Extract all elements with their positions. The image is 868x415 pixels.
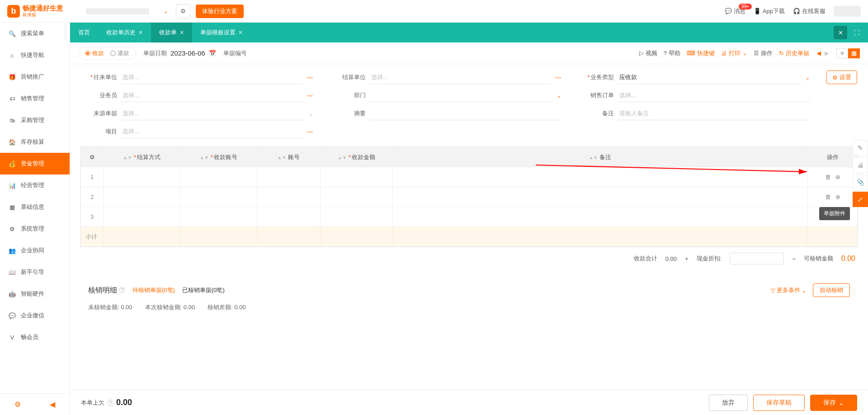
col-settle-method[interactable]: ▲▼*结算方式 [104, 147, 180, 167]
next-doc-button[interactable]: ▶ [824, 50, 830, 57]
add-row-button[interactable]: ⊕ [835, 193, 840, 200]
close-icon[interactable]: ✕ [138, 29, 143, 36]
more-icon[interactable]: ⋯ [307, 92, 313, 99]
table-row[interactable]: 1🗑⊕ [81, 167, 858, 187]
doc-date-field[interactable]: 单据日期 2023-06-06 📅 [143, 49, 216, 57]
radio-receive[interactable]: 收款 [85, 49, 104, 57]
float-draft-button[interactable]: ✎ [853, 140, 868, 156]
delete-row-button[interactable]: 🗑 [825, 174, 831, 180]
org-selector[interactable]: ⌄ [82, 4, 172, 19]
print-button[interactable]: 🖨打印⌄ [721, 49, 747, 57]
sidebar-item-bag[interactable]: 🛍采购管理 [0, 109, 70, 131]
tab-close-button[interactable]: ✕ [834, 26, 847, 39]
sidebar-item-stock[interactable]: 🏠库存核算 [0, 131, 70, 153]
tab-单据模板设置[interactable]: 单据模板设置✕ [192, 23, 251, 42]
operate-button[interactable]: ☰操作 [754, 49, 773, 57]
prev-doc-button[interactable]: ◀ [816, 50, 822, 57]
tab-收款单[interactable]: 收款单✕ [151, 23, 192, 42]
sidebar-item-money[interactable]: 💰资金管理 [0, 153, 70, 174]
biz-type-field[interactable]: *业务类型 ⌄ [578, 71, 810, 84]
partner-input[interactable] [121, 71, 303, 84]
sidebar-item-vip[interactable]: V畅会员 [0, 326, 70, 348]
more-icon[interactable]: ⋯ [307, 74, 313, 81]
help-button[interactable]: ?帮助 [664, 49, 680, 57]
user-avatar[interactable] [834, 6, 861, 17]
source-bill-field[interactable]: 来源单据 ⌄ [81, 107, 313, 120]
tab-首页[interactable]: 首页 [70, 23, 98, 42]
save-draft-button[interactable]: 保存草稿 [753, 395, 805, 411]
salesman-field[interactable]: 业务员 ⋯ [81, 89, 313, 102]
sidebar-item-info[interactable]: ▦基础信息 [0, 196, 70, 218]
org-settings-button[interactable]: ⚙ [176, 4, 190, 19]
col-remark[interactable]: ▲▼备注 [393, 147, 808, 167]
video-button[interactable]: ▷视频 [639, 49, 657, 57]
sidebar-item-home[interactable]: ⌂快捷导航 [0, 44, 70, 66]
sidebar-item-manage[interactable]: 📊经营管理 [0, 174, 70, 196]
online-service-button[interactable]: 🎧 在线客服 [793, 7, 826, 15]
sales-order-field[interactable]: 销售订单 [578, 89, 810, 102]
sidebar-item-system[interactable]: ⚙系统管理 [0, 218, 70, 240]
history-button[interactable]: ↻历史单据 [779, 49, 809, 57]
col-number[interactable]: ▲▼账号 [257, 147, 321, 167]
app-download-button[interactable]: 📱 App下载 [754, 7, 785, 15]
close-icon[interactable]: ✕ [238, 29, 243, 36]
table-row[interactable]: 2🗑⊕ [81, 187, 858, 207]
float-print-button[interactable]: 🖨 [853, 157, 868, 173]
pending-tab[interactable]: 待核销单据(0笔) [132, 286, 175, 294]
settle-unit-input[interactable] [369, 71, 552, 84]
sidebar-item-wechat[interactable]: 💬企业微信 [0, 305, 70, 326]
float-attachment-button[interactable]: 📎 [853, 174, 868, 190]
discount-input[interactable] [730, 253, 784, 264]
col-account[interactable]: ▲▼*收款账号 [180, 147, 257, 167]
biz-type-input[interactable] [618, 71, 802, 84]
sidebar-item-search[interactable]: 🔍搜索菜单 [0, 23, 70, 44]
project-field[interactable]: 项目 ⋯ [81, 125, 313, 138]
summary-field[interactable]: 摘要 [330, 107, 562, 120]
source-bill-input[interactable] [121, 107, 305, 120]
remark-field[interactable]: 备注 [578, 107, 810, 120]
view-form-button[interactable]: ▦ [848, 48, 860, 58]
auto-writeoff-button[interactable]: 自动核销 [813, 283, 850, 297]
more-icon[interactable]: ⋯ [555, 74, 561, 81]
settle-unit-field[interactable]: 结算单位 ⋯ [330, 71, 562, 84]
abandon-button[interactable]: 放弃 [709, 395, 748, 411]
calendar-icon[interactable]: 📅 [209, 50, 216, 57]
more-icon[interactable]: ⋯ [307, 128, 313, 135]
table-row[interactable]: 3🗑⊕ [81, 207, 858, 227]
fullscreen-button[interactable]: ⛶ [850, 26, 863, 39]
shortcut-button[interactable]: ⌨快捷键 [687, 49, 715, 57]
done-tab[interactable]: 已核销单据(0笔) [182, 286, 225, 294]
sidebar-item-guide[interactable]: 📖新手引导 [0, 261, 70, 283]
view-list-button[interactable]: ≡ [836, 48, 848, 58]
chevron-down-icon[interactable]: ⌄ [308, 110, 313, 117]
tab-收款单历史[interactable]: 收款单历史✕ [98, 23, 151, 42]
float-expand-button[interactable]: ⤢ [853, 192, 868, 207]
chevron-down-icon[interactable]: ⌄ [557, 92, 561, 99]
sidebar-item-hardware[interactable]: 🤖智能硬件 [0, 283, 70, 305]
radio-refund[interactable]: 退款 [110, 49, 129, 57]
help-icon[interactable]: ? [119, 287, 125, 293]
chevron-down-icon[interactable]: ⌄ [805, 74, 810, 81]
save-button[interactable]: 保存⌄ [810, 395, 857, 411]
project-input[interactable] [121, 125, 303, 138]
sidebar-settings-button[interactable]: ⚙ [14, 400, 21, 409]
summary-input[interactable] [369, 107, 562, 120]
salesman-input[interactable] [121, 89, 303, 102]
sidebar-item-tag[interactable]: 🏷销售管理 [0, 88, 70, 109]
sidebar-item-team[interactable]: 👥企业协同 [0, 240, 70, 261]
sidebar-item-gift[interactable]: 🎁营销推广 [0, 66, 70, 88]
partner-field[interactable]: *往来单位 ⋯ [81, 71, 313, 84]
col-settings[interactable]: ⚙ [81, 147, 104, 167]
close-icon[interactable]: ✕ [179, 29, 184, 36]
remark-input[interactable] [618, 107, 810, 120]
try-industry-button[interactable]: 体验行业方案 [196, 5, 244, 18]
delete-row-button[interactable]: 🗑 [825, 193, 831, 200]
messages-button[interactable]: 💬 消息 99+ [725, 7, 745, 15]
dept-input[interactable] [369, 89, 553, 102]
sidebar-collapse-button[interactable]: ◀ [50, 400, 55, 409]
more-conditions-button[interactable]: ▽更多条件⌄ [771, 286, 807, 294]
settings-button[interactable]: ⚙设置 [826, 71, 857, 84]
add-row-button[interactable]: ⊕ [835, 174, 840, 180]
sales-order-input[interactable] [618, 89, 810, 102]
col-amount[interactable]: ▲▼*收款金额 [321, 147, 393, 167]
